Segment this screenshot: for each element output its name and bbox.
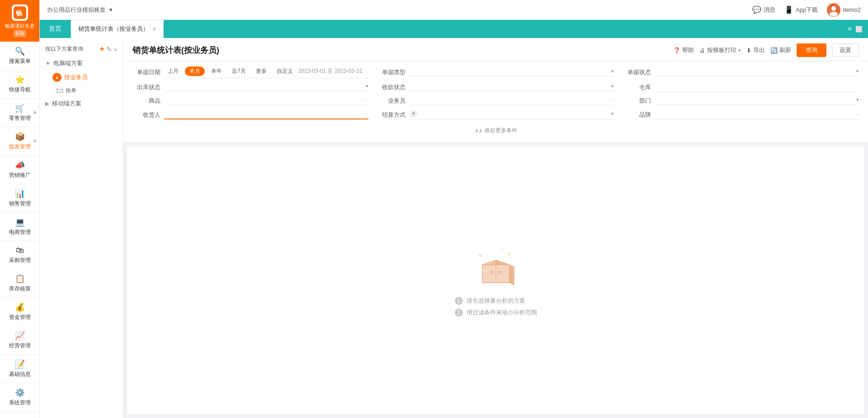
svg-text:✦: ✦ (507, 252, 511, 256)
brand-more-icon[interactable]: ··· (854, 110, 859, 117)
svg-point-3 (831, 6, 836, 11)
marketing-icon: 📣 (15, 160, 25, 170)
app-download-btn[interactable]: 📱 App下载 (784, 5, 818, 14)
receiver-field[interactable]: ··· (164, 110, 368, 119)
help-label: 帮助 (682, 46, 694, 54)
tab-home[interactable]: 首页 (40, 20, 71, 38)
empty-icon: ✦ ✦ ✦ (473, 244, 519, 290)
filter-row-3: 商品 ··· 业务员 ··· 部门 ▾ (132, 96, 859, 105)
app-logo[interactable]: 畅 畅捷通好生意 标版 (0, 0, 40, 42)
query-button[interactable]: 查询 (797, 43, 826, 57)
page-title: 销货单统计表(按业务员) (132, 45, 219, 56)
window-close-btn[interactable]: × (848, 25, 852, 33)
sidebar-item-basic-info[interactable]: 📝 基础信息 (0, 355, 40, 383)
panel-actions: + ✎ « (99, 44, 118, 54)
sidebar-item-retail[interactable]: 🛒 零售管理 (0, 99, 40, 127)
collapse-panel-btn[interactable]: « (114, 45, 118, 53)
sidebar-item-finance[interactable]: 💰 资金管理 (0, 298, 40, 326)
username-label: demo2 (843, 6, 861, 13)
sidebar-item-inventory[interactable]: 📋 库存核算 (0, 269, 40, 298)
sidebar-label-ecommerce: 电商管理 (9, 228, 31, 236)
warehouse-more-icon[interactable]: ··· (854, 83, 859, 90)
export-btn[interactable]: ⬇ 导出 (746, 46, 765, 54)
svg-marker-9 (509, 265, 514, 285)
scheme-by-salesperson[interactable]: ● 按业务员 (40, 70, 123, 85)
left-panel-header: 按以下方案查询 + ✎ « (40, 42, 123, 57)
page-content: 按以下方案查询 + ✎ « ▼ 电脑端方案 ● 按业务员 (40, 38, 868, 418)
pay-status-dropdown-icon[interactable]: ▾ (611, 83, 614, 89)
doc-type-field[interactable]: ▾ (409, 68, 613, 76)
settlement-tag[interactable]: × (409, 110, 418, 117)
out-status-field[interactable]: ▾ (164, 83, 368, 91)
date-more-btn[interactable]: 更多 (252, 66, 270, 76)
collapse-btn[interactable]: ∧∧ 收起更多条件 (132, 124, 859, 137)
empty-state: ✦ ✦ ✦ 1 请先选择要分析的方案 2 用过滤条件来缩小分析范围 (455, 244, 537, 317)
date-custom-btn[interactable]: 自定义 (273, 66, 297, 76)
print-dropdown-icon[interactable]: ▾ (738, 48, 741, 53)
brand-field[interactable]: ··· (655, 110, 859, 119)
warehouse-field[interactable]: ··· (655, 83, 859, 92)
mobile-scheme-group[interactable]: ▶ 移动端方案 (40, 97, 123, 110)
operations-icon: 📈 (15, 331, 25, 341)
sidebar-item-search[interactable]: 🔍 搜索菜单 (0, 42, 40, 70)
collapse-label: 收起更多条件 (485, 127, 517, 134)
doc-type-dropdown-icon[interactable]: ▾ (611, 68, 614, 74)
settlement-dropdown-icon[interactable]: ▾ (611, 111, 614, 117)
date-this-month-btn[interactable]: 本月 (185, 66, 205, 76)
doc-status-field[interactable]: ▾ (655, 68, 859, 76)
dept-dropdown-icon[interactable]: ▾ (856, 97, 859, 103)
pay-status-field[interactable]: ▾ (409, 83, 613, 91)
page-actions: ❓ 帮助 🖨 按模板打印 ▾ ⬇ 导出 🔄 刷新 (673, 43, 859, 57)
edit-scheme-btn[interactable]: ✎ (106, 45, 112, 53)
refresh-btn[interactable]: 🔄 刷新 (770, 46, 791, 54)
sidebar-item-system[interactable]: ⚙️ 系统管理 (0, 383, 40, 412)
export-icon: ⬇ (746, 47, 751, 54)
window-maximize-btn[interactable]: ⬜ (855, 26, 863, 33)
sidebar-item-enterprise[interactable]: 🤝 企业协同 (0, 412, 40, 418)
doc-status-dropdown-icon[interactable]: ▾ (856, 68, 859, 74)
goods-more-icon[interactable]: ··· (363, 96, 368, 103)
sidebar-item-purchase[interactable]: 🛍 采购管理 (0, 241, 40, 269)
help-btn[interactable]: ❓ 帮助 (673, 46, 694, 54)
dept-field[interactable]: ▾ (655, 97, 859, 105)
salesperson-more-icon[interactable]: ··· (609, 96, 614, 103)
settlement-tag-x[interactable]: × (412, 110, 415, 117)
print-btn[interactable]: 🖨 按模板打印 ▾ (699, 46, 741, 54)
add-scheme-btn[interactable]: + (99, 44, 104, 54)
scheme-sub-by-order[interactable]: ΣΩ 按单 (40, 85, 123, 97)
date-last-month-btn[interactable]: 上月 (164, 66, 182, 76)
finance-icon: 💰 (15, 302, 25, 312)
sidebar-item-wholesale[interactable]: 📦 批发管理 (0, 127, 40, 156)
user-menu[interactable]: demo2 (827, 3, 861, 17)
breadcrumb-dropdown[interactable]: ▾ (109, 6, 113, 13)
settings-button[interactable]: 设置 (832, 43, 859, 57)
sidebar-item-operations[interactable]: 📈 经营管理 (0, 326, 40, 355)
logo-icon: 畅 (12, 5, 28, 21)
sidebar-item-marketing[interactable]: 📣 营销推广 (0, 156, 40, 184)
date-this-year-btn[interactable]: 本年 (208, 66, 226, 76)
salesperson-field[interactable]: ··· (409, 96, 613, 105)
out-status-dropdown-icon[interactable]: ▾ (366, 83, 368, 89)
brand-label: 品牌 (623, 111, 655, 119)
tab-home-label: 首页 (49, 25, 61, 33)
date-last7-btn[interactable]: 近7天 (228, 66, 250, 76)
dept-label: 部门 (623, 97, 655, 105)
goods-field[interactable]: ··· (164, 96, 368, 105)
desktop-group-header[interactable]: ▼ 电脑端方案 (40, 57, 123, 70)
chevron-up-icon: ∧∧ (475, 128, 483, 134)
message-btn[interactable]: 💬 消息 (752, 5, 775, 14)
sidebar-item-quick-nav[interactable]: ⭐ 快捷导航 (0, 70, 40, 99)
tab-close-btn[interactable]: × (152, 26, 156, 32)
sidebar-item-sales[interactable]: 📊 销售管理 (0, 184, 40, 213)
svg-marker-6 (482, 260, 496, 265)
help-icon: ❓ (673, 47, 680, 54)
filter-row-4: 收货人 ··· 结算方式 × ▾ 品牌 (132, 110, 859, 119)
chevron-down-icon: ▼ (45, 60, 51, 66)
tab-active[interactable]: 销货单统计表（按业务员） × (71, 20, 164, 38)
sidebar-label-system: 系统管理 (9, 399, 31, 407)
sidebar-label-retail: 零售管理 (9, 114, 31, 122)
receiver-more-icon[interactable]: ··· (363, 110, 368, 117)
sidebar-item-ecommerce[interactable]: 💻 电商管理 (0, 213, 40, 241)
settlement-field[interactable]: × ▾ (409, 110, 613, 119)
filter-area: 单据日期 上月 本月 本年 近7天 更多 自定义 2023-03-01 至 20… (123, 61, 868, 143)
